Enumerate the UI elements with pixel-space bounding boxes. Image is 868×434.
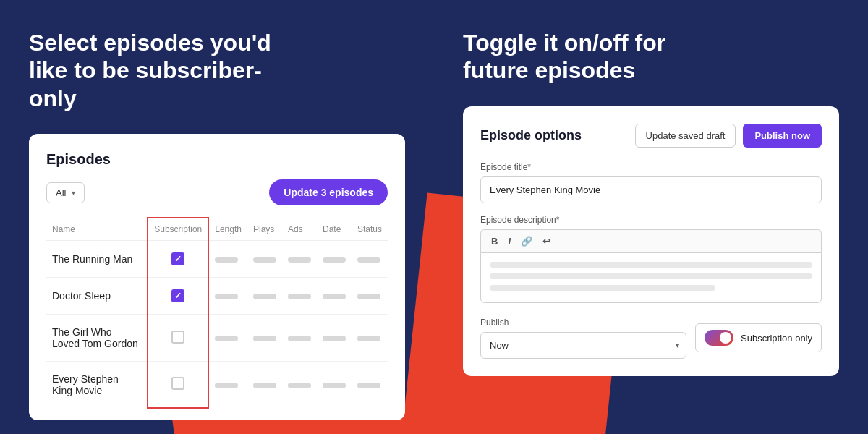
description-area[interactable] [480, 252, 822, 303]
episode-title-input[interactable] [480, 176, 822, 203]
episode-subscription-cell[interactable] [148, 362, 208, 409]
link-button[interactable]: 🔗 [518, 234, 535, 248]
episodes-card: Episodes All ▾ Update 3 episodes Name Su… [29, 134, 405, 420]
filter-label: All [56, 187, 66, 198]
col-header-length: Length [208, 218, 247, 241]
checkbox-unchecked[interactable] [171, 377, 184, 390]
chevron-down-icon: ▾ [72, 189, 75, 197]
col-header-ads: Ads [282, 218, 317, 241]
desc-placeholder-line3 [490, 285, 715, 291]
options-header: Episode options Update saved draft Publi… [480, 124, 822, 148]
episode-date [317, 278, 352, 315]
episode-name: The Girl Who Loved Tom Gordon [46, 315, 148, 362]
publish-label: Publish [480, 318, 686, 328]
episode-length [208, 241, 247, 278]
episode-subscription-cell[interactable] [148, 315, 208, 362]
episode-date [317, 315, 352, 362]
update-episodes-button[interactable]: Update 3 episodes [269, 179, 388, 205]
right-panel: Toggle it on/off for future episodes Epi… [434, 0, 868, 434]
col-header-plays: Plays [247, 218, 282, 241]
undo-button[interactable]: ↩ [540, 234, 553, 248]
publish-select-wrap: Now Schedule ▾ [480, 332, 686, 359]
episode-title-label: Episode title* [480, 162, 822, 172]
left-panel: Select episodes you'd like to be subscri… [0, 0, 434, 434]
col-header-status: Status [352, 218, 388, 241]
episode-name: Every Stephen King Movie [46, 362, 148, 409]
bold-button[interactable]: B [488, 234, 501, 248]
checkbox-checked[interactable] [171, 289, 184, 302]
episode-plays [247, 241, 282, 278]
publish-now-button[interactable]: Publish now [743, 124, 822, 148]
episode-status [352, 315, 388, 362]
episode-ads [282, 315, 317, 362]
episode-length [208, 315, 247, 362]
description-toolbar: B I 🔗 ↩ [480, 229, 822, 252]
episode-description-label: Episode description* [480, 215, 822, 225]
col-header-name: Name [46, 218, 148, 241]
col-header-subscription: Subscription [148, 218, 208, 241]
episode-options-card: Episode options Update saved draft Publi… [463, 106, 839, 376]
episode-name: The Running Man [46, 241, 148, 278]
col-header-date: Date [317, 218, 352, 241]
desc-placeholder-line2 [490, 273, 812, 279]
table-row: Doctor Sleep [46, 278, 388, 315]
table-row: The Running Man [46, 241, 388, 278]
checkbox-checked[interactable] [171, 252, 184, 265]
desc-placeholder-line1 [490, 262, 812, 268]
episode-ads [282, 362, 317, 409]
episode-length [208, 278, 247, 315]
episodes-table: Name Subscription Length Plays Ads Date … [46, 217, 388, 409]
card-header-row: All ▾ Update 3 episodes [46, 179, 388, 205]
episode-date [317, 362, 352, 409]
filter-dropdown[interactable]: All ▾ [46, 182, 85, 203]
table-row: The Girl Who Loved Tom Gordon [46, 315, 388, 362]
episode-length [208, 362, 247, 409]
update-draft-button[interactable]: Update saved draft [635, 124, 736, 148]
episode-status [352, 278, 388, 315]
checkbox-unchecked[interactable] [171, 331, 184, 344]
table-row: Every Stephen King Movie [46, 362, 388, 409]
right-heading: Toggle it on/off for future episodes [463, 29, 709, 85]
subscription-only-label: Subscription only [741, 333, 812, 344]
episode-ads [282, 241, 317, 278]
episode-plays [247, 315, 282, 362]
episode-date [317, 241, 352, 278]
episode-subscription-cell[interactable] [148, 241, 208, 278]
episode-name: Doctor Sleep [46, 278, 148, 315]
episode-subscription-cell[interactable] [148, 278, 208, 315]
episode-status [352, 362, 388, 409]
options-title: Episode options [480, 128, 582, 143]
italic-button[interactable]: I [505, 234, 514, 248]
publish-col: Publish Now Schedule ▾ [480, 318, 686, 359]
left-heading: Select episodes you'd like to be subscri… [29, 29, 275, 112]
subscription-toggle[interactable] [705, 330, 733, 346]
publish-row: Publish Now Schedule ▾ Subscription only [480, 318, 822, 359]
episode-plays [247, 362, 282, 409]
episode-ads [282, 278, 317, 315]
episode-status [352, 241, 388, 278]
episode-plays [247, 278, 282, 315]
options-actions: Update saved draft Publish now [635, 124, 822, 148]
subscription-toggle-wrap[interactable]: Subscription only [695, 323, 822, 352]
episodes-card-title: Episodes [46, 151, 388, 168]
publish-select[interactable]: Now Schedule [480, 332, 686, 359]
